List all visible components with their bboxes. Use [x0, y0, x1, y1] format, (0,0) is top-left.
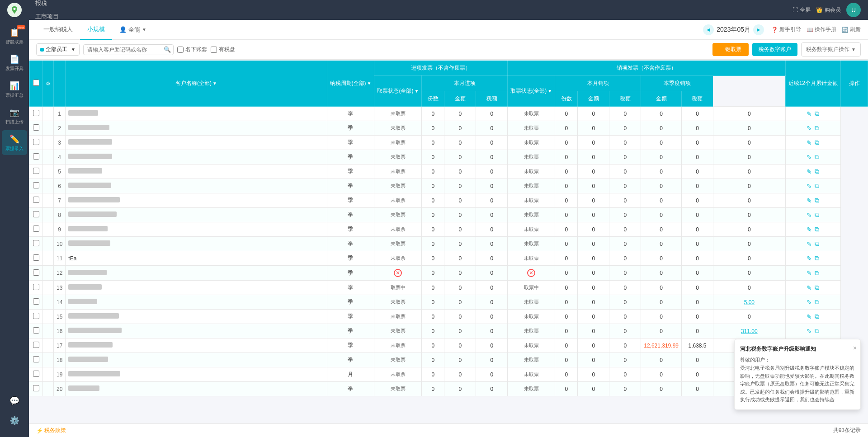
row-checkbox[interactable] [33, 124, 39, 131]
refresh-btn[interactable]: 🔄 刷新 [842, 26, 861, 33]
nav-item-报税[interactable]: 报税 [29, 0, 65, 10]
row-checkbox-cell [29, 150, 43, 164]
copy-icon[interactable]: ⧉ [815, 139, 819, 146]
in-status-filter[interactable]: ▼ [414, 89, 419, 94]
staff-filter[interactable]: 全部员工 ▼ [36, 43, 80, 56]
row-checkbox[interactable] [33, 139, 39, 145]
edit-icon[interactable]: ✎ [807, 154, 812, 161]
row-in-status-cell: 未取票 [374, 164, 422, 179]
fullscreen-btn[interactable]: ⛶ 全屏 [793, 6, 811, 14]
edit-icon[interactable]: ✎ [807, 226, 812, 233]
row-checkbox[interactable] [33, 240, 39, 246]
member-btn[interactable]: 👑 购会员 [816, 6, 841, 14]
row-checkbox[interactable] [33, 269, 39, 276]
copy-icon[interactable]: ⧉ [815, 168, 819, 175]
row-checkbox[interactable] [33, 197, 39, 203]
tax-digital-btn[interactable]: 税务数字账户 [752, 43, 797, 56]
copy-icon[interactable]: ⧉ [815, 182, 819, 190]
out-status-error[interactable]: ✕ [527, 269, 535, 277]
edit-icon[interactable]: ✎ [807, 211, 812, 219]
copy-icon[interactable]: ⧉ [815, 197, 819, 204]
row-cumulative-val[interactable]: 311.00 [741, 328, 758, 334]
period-prev-btn[interactable]: ◀ [703, 24, 714, 35]
out-status-filter[interactable]: ▼ [547, 89, 552, 94]
in-status-error[interactable]: ✕ [394, 269, 402, 277]
row-checkbox[interactable] [33, 371, 39, 377]
edit-icon[interactable]: ✎ [807, 139, 812, 146]
edit-icon[interactable]: ✎ [807, 328, 812, 335]
edit-icon[interactable]: ✎ [807, 299, 812, 306]
copy-icon[interactable]: ⧉ [815, 327, 819, 335]
period-filter-icon[interactable]: ▼ [367, 81, 372, 86]
copy-icon[interactable]: ⧉ [815, 298, 819, 306]
tab-all[interactable]: 👤 全能 ▼ [112, 20, 154, 39]
sidebar-item-ticket-entry[interactable]: ✏️ 票据录入 [2, 130, 27, 155]
tax-digital-ops-btn[interactable]: 税务数字账户操作 ▼ [801, 42, 861, 56]
row-period-cell: 季 [327, 338, 374, 353]
edit-icon[interactable]: ✎ [807, 240, 812, 248]
row-cumulative-val[interactable]: 5.00 [744, 299, 755, 305]
manual-btn[interactable]: 📖 操作手册 [807, 26, 836, 33]
period-next-btn[interactable]: ▶ [753, 24, 764, 35]
avatar[interactable]: U [846, 3, 861, 17]
my-accounts-checkbox[interactable] [177, 47, 184, 53]
select-all-checkbox[interactable] [33, 80, 39, 86]
edit-icon[interactable]: ✎ [807, 313, 812, 320]
copy-icon[interactable]: ⧉ [815, 226, 819, 233]
row-checkbox[interactable] [33, 168, 39, 174]
col-settings-icon[interactable]: ⚙ [46, 80, 51, 87]
client-filter-icon[interactable]: ▼ [212, 81, 217, 86]
search-icon[interactable]: 🔍 [164, 46, 171, 53]
tab-small-scale[interactable]: 小规模 [80, 20, 112, 40]
tax-policy-link[interactable]: ⚡ 税务政策 [36, 427, 66, 434]
row-checkbox[interactable] [33, 356, 39, 362]
row-checkbox[interactable] [33, 298, 39, 305]
copy-icon[interactable]: ⧉ [815, 254, 819, 262]
new-guide-btn[interactable]: ❓ 新手引导 [771, 26, 801, 33]
row-checkbox[interactable] [33, 327, 39, 334]
edit-icon[interactable]: ✎ [807, 125, 812, 132]
sidebar-item-message[interactable]: 💬 [2, 392, 27, 410]
edit-icon[interactable]: ✎ [807, 183, 812, 190]
row-checkbox[interactable] [33, 385, 39, 391]
edit-icon[interactable]: ✎ [807, 197, 812, 204]
row-checkbox[interactable] [33, 313, 39, 319]
copy-icon[interactable]: ⧉ [815, 153, 819, 161]
row-checkbox[interactable] [33, 182, 39, 188]
invoice-open-icon: 📄 [9, 54, 20, 65]
edit-icon[interactable]: ✎ [807, 110, 812, 117]
row-checkbox[interactable] [33, 153, 39, 160]
row-checkbox[interactable] [33, 211, 39, 217]
copy-icon[interactable]: ⧉ [815, 269, 819, 277]
row-checkbox[interactable] [33, 342, 39, 348]
copy-icon[interactable]: ⧉ [815, 110, 819, 117]
edit-icon[interactable]: ✎ [807, 269, 812, 277]
row-checkbox[interactable] [33, 226, 39, 232]
copy-icon[interactable]: ⧉ [815, 240, 819, 248]
sidebar-item-settings[interactable]: ⚙️ [2, 412, 27, 430]
row-checkbox[interactable] [33, 254, 39, 261]
my-accounts-filter[interactable]: 名下账套 [177, 46, 207, 53]
copy-icon[interactable]: ⧉ [815, 313, 819, 320]
copy-icon[interactable]: ⧉ [815, 211, 819, 219]
sidebar-item-scan-upload[interactable]: 📷 扫描上传 [2, 103, 27, 128]
has-tax-checkbox[interactable] [211, 47, 217, 53]
row-checkbox[interactable] [33, 110, 39, 116]
row-quarter-amount: 0 [660, 270, 663, 276]
copy-icon[interactable]: ⧉ [815, 124, 819, 132]
edit-icon[interactable]: ✎ [807, 255, 812, 262]
row-quarter-amount: 0 [660, 140, 663, 146]
edit-icon[interactable]: ✎ [807, 168, 812, 175]
tab-general-taxpayer[interactable]: 一般纳税人 [36, 20, 80, 40]
sidebar-item-invoice-open[interactable]: 📄 发票开具 [2, 50, 27, 75]
edit-icon[interactable]: ✎ [807, 284, 812, 291]
copy-icon[interactable]: ⧉ [815, 284, 819, 291]
notification-close-btn[interactable]: × [853, 343, 857, 353]
table-row: 8 季 未取票 0 0 0 未取票 0 0 0 0 0 0 ✎ ⧉ [29, 208, 868, 222]
row-checkbox[interactable] [33, 284, 39, 290]
sidebar-item-smart-ticket[interactable]: 📋 智能取票 [2, 23, 27, 48]
search-input[interactable] [83, 44, 174, 55]
one-click-btn[interactable]: 一键取票 [712, 43, 749, 56]
sidebar-item-ticket-summary[interactable]: 📊 票据汇总 [2, 77, 27, 102]
has-tax-filter[interactable]: 有税盘 [211, 46, 235, 53]
